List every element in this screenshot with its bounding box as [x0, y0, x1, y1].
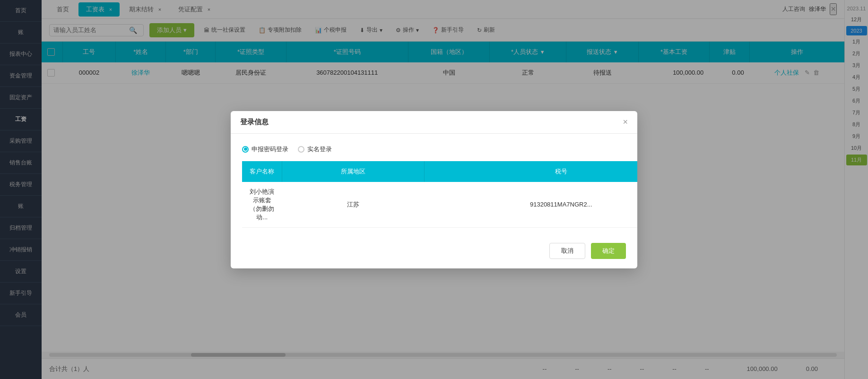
radio-password-dot [242, 146, 249, 153]
modal-col-name: 客户名称 [242, 161, 282, 182]
radio-realname-dot [298, 146, 304, 153]
login-type-radio-group: 申报密码登录 实名登录 [242, 145, 626, 154]
modal-title: 登录信息 [240, 118, 269, 127]
modal-header: 登录信息 × [231, 111, 637, 134]
modal-col-region: 所属地区 [282, 161, 425, 182]
radio-realname-login[interactable]: 实名登录 [298, 145, 332, 154]
modal-overlay: 登录信息 × 申报密码登录 实名登录 客户名称 所属地区 [0, 0, 868, 379]
confirm-button[interactable]: 确定 [591, 243, 626, 259]
modal-tax-no: 91320811MA7NGR2... [424, 182, 637, 228]
modal-table-row: 刘小艳演示账套（勿删勿动... 江苏 91320811MA7NGR2... 请输… [242, 182, 637, 228]
radio-password-login[interactable]: 申报密码登录 [242, 145, 288, 154]
cancel-button[interactable]: 取消 [549, 243, 585, 259]
modal-region: 江苏 [282, 182, 425, 228]
modal-body: 申报密码登录 实名登录 客户名称 所属地区 税号 个税密码 [231, 134, 637, 235]
modal-client-name: 刘小艳演示账套（勿删勿动... [242, 182, 282, 228]
login-info-modal: 登录信息 × 申报密码登录 实名登录 客户名称 所属地区 [231, 111, 637, 268]
modal-col-tax-no: 税号 [424, 161, 637, 182]
modal-footer: 取消 确定 [231, 235, 637, 268]
modal-close-btn[interactable]: × [623, 117, 628, 127]
modal-table: 客户名称 所属地区 税号 个税密码 刘小艳演示账套（勿删勿动... 江苏 913… [242, 161, 637, 228]
